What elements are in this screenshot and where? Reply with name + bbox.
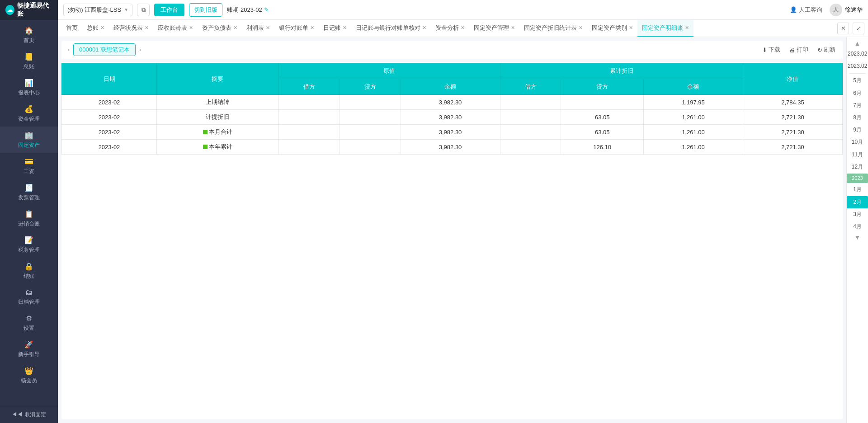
asset-nav-item[interactable]: 000001 联想笔记本 <box>73 43 136 56</box>
tab-label-ledger: 总账 <box>87 24 99 32</box>
reports-icon: 📊 <box>24 79 33 87</box>
service-label: 人工客询 <box>799 6 822 14</box>
sidebar-item-salary[interactable]: 💳 工资 <box>0 153 58 179</box>
tab-close-profit[interactable]: ✕ <box>266 25 270 31</box>
closing-icon: 🔒 <box>24 262 33 271</box>
nav-prev-icon[interactable]: ‹ <box>66 46 71 54</box>
side-panel-month2-m3[interactable]: 3月 <box>847 208 868 221</box>
side-panel-month-m7[interactable]: 7月 <box>847 99 868 112</box>
user-name: 徐逐华 <box>845 6 863 14</box>
tab-fixed-mgmt[interactable]: 固定资产管理✕ <box>469 20 519 37</box>
tab-close-balance[interactable]: ✕ <box>233 25 237 31</box>
table-row: 2023-02计提折旧3,982.3063.051,261.002,721.30 <box>62 110 843 125</box>
tab-label-journal-bank: 日记账与银行对账单核对 <box>356 24 420 32</box>
cell-accum-debit <box>500 110 561 125</box>
side-panel-divider <box>849 73 866 74</box>
period-edit-icon[interactable]: ✎ <box>264 6 269 13</box>
tab-biz-status[interactable]: 经营状况表✕ <box>109 20 153 37</box>
download-button[interactable]: ⬇ 下载 <box>760 44 783 56</box>
side-panel-month2-m4[interactable]: 4月 <box>847 221 868 233</box>
sidebar-item-ledger[interactable]: 📒 总账 <box>0 48 58 74</box>
cell-orig-credit <box>340 125 401 140</box>
workbench-button[interactable]: 工作台 <box>154 4 184 16</box>
copy-button[interactable]: ⧉ <box>137 4 150 16</box>
side-panel-month-m12[interactable]: 12月 <box>847 161 868 173</box>
side-panel-scroll-up[interactable]: ▲ <box>854 39 862 48</box>
sidebar-item-invoice[interactable]: 🧾 发票管理 <box>0 179 58 205</box>
side-panel-month-m8[interactable]: 8月 <box>847 112 868 124</box>
cell-date: 2023-02 <box>62 140 157 155</box>
company-selector[interactable]: (勿动) 江西服盒-LSS ▼ <box>63 4 132 16</box>
cell-accum-balance: 1,261.00 <box>643 140 743 155</box>
tab-fixed-cat[interactable]: 固定资产类别✕ <box>587 20 637 37</box>
cell-accum-credit: 63.05 <box>561 110 644 125</box>
tab-profit[interactable]: 利润表✕ <box>242 20 274 37</box>
tab-home[interactable]: 首页 <box>61 20 82 37</box>
refresh-button[interactable]: ↻ 刷新 <box>815 44 838 56</box>
side-panel-month-m10[interactable]: 10月 <box>847 136 868 148</box>
period-label: 账期 <box>227 6 239 14</box>
side-panel-month2-m1[interactable]: 1月 <box>847 183 868 196</box>
sidebar-item-sales[interactable]: 📋 进销台账 <box>0 205 58 231</box>
sidebar-item-member[interactable]: 👑 畅会员 <box>0 362 58 388</box>
sidebar-item-tax[interactable]: 📝 税务管理 <box>0 231 58 258</box>
user-menu[interactable]: 人 徐逐华 <box>830 4 863 16</box>
tab-label-fixed-detail: 固定资产明细账 <box>642 24 683 32</box>
nav-next-icon[interactable]: › <box>137 46 143 54</box>
switch-version-button[interactable]: 切到旧版 <box>189 3 222 17</box>
green-square-icon <box>203 145 208 149</box>
user-avatar: 人 <box>830 4 842 16</box>
tab-close-fixed-depr[interactable]: ✕ <box>579 25 583 31</box>
tab-close-bank-stmt[interactable]: ✕ <box>310 25 314 31</box>
tab-close-fixed-mgmt[interactable]: ✕ <box>511 25 515 31</box>
tab-ledger[interactable]: 总账✕ <box>82 20 109 37</box>
side-panel-month-m5[interactable]: 5月 <box>847 75 868 87</box>
tab-receivables[interactable]: 应收账龄表✕ <box>153 20 198 37</box>
sidebar-footer[interactable]: ◀◀ 取消固定 <box>0 406 58 423</box>
side-panel-month-m11[interactable]: 11月 <box>847 149 868 161</box>
side-panel-month-m6[interactable]: 6月 <box>847 87 868 99</box>
cell-orig-debit <box>278 110 340 125</box>
side-panel-scroll-down[interactable]: ▼ <box>854 233 862 242</box>
tab-balance[interactable]: 资产负债表✕ <box>198 20 242 37</box>
tab-close-fixed-cat[interactable]: ✕ <box>629 25 633 31</box>
table-row: 2023-02本月合计3,982.3063.051,261.002,721.30 <box>62 125 843 140</box>
sidebar-item-reports[interactable]: 📊 报表中心 <box>0 74 58 100</box>
tab-close-ledger[interactable]: ✕ <box>100 25 104 31</box>
tab-label-fixed-depr: 固定资产折旧统计表 <box>524 24 577 32</box>
tab-fund-analysis[interactable]: 资金分析✕ <box>431 20 469 37</box>
tab-journal-bank[interactable]: 日记账与银行对账单核对✕ <box>351 20 431 37</box>
tab-close-fixed-detail[interactable]: ✕ <box>685 25 689 31</box>
sidebar-item-guide[interactable]: 🚀 新手引导 <box>0 336 58 362</box>
maximize-button[interactable]: ⤢ <box>853 23 864 34</box>
tab-journal[interactable]: 日记账✕ <box>319 20 351 37</box>
side-panel-month2-m2[interactable]: 2月 <box>847 196 868 208</box>
side-panel-2023-02-top[interactable]: 2023.02 <box>847 48 868 60</box>
tab-close-receivables[interactable]: ✕ <box>189 25 193 31</box>
service-button[interactable]: 👤 人工客询 <box>790 6 822 14</box>
cell-accum-balance: 1,197.95 <box>643 95 743 110</box>
tab-label-profit: 利润表 <box>246 24 264 32</box>
sidebar-item-funds[interactable]: 💰 资金管理 <box>0 100 58 127</box>
close-all-button[interactable]: ✕ <box>837 23 849 34</box>
tab-label-biz-status: 经营状况表 <box>113 24 143 32</box>
tab-close-biz-status[interactable]: ✕ <box>145 25 149 31</box>
side-panel-2023-02-dup[interactable]: 2023.02 <box>847 60 868 72</box>
sidebar-item-settings[interactable]: ⚙ 设置 <box>0 310 58 336</box>
tab-bank-stmt[interactable]: 银行对账单✕ <box>274 20 319 37</box>
tab-fixed-detail[interactable]: 固定资产明细账✕ <box>637 20 693 37</box>
tab-close-journal-bank[interactable]: ✕ <box>422 25 426 31</box>
tab-fixed-depr[interactable]: 固定资产折旧统计表✕ <box>519 20 587 37</box>
sidebar-item-closing[interactable]: 🔒 结账 <box>0 258 58 284</box>
print-button[interactable]: 🖨 打印 <box>787 44 811 56</box>
sidebar-label-guide: 新手引导 <box>18 351 40 358</box>
cell-orig-debit <box>278 140 340 155</box>
sidebar-item-home[interactable]: 🏠 首页 <box>0 22 58 48</box>
sidebar-item-fixed-assets[interactable]: 🏢 固定资产 <box>0 127 58 153</box>
tabbar: 首页总账✕经营状况表✕应收账龄表✕资产负债表✕利润表✕银行对账单✕日记账✕日记账… <box>58 20 868 37</box>
side-panel-month-m9[interactable]: 9月 <box>847 124 868 136</box>
tab-close-fund-analysis[interactable]: ✕ <box>461 25 465 31</box>
th-original-balance: 余额 <box>401 79 500 95</box>
sidebar-item-archive[interactable]: 🗂 归档管理 <box>0 284 58 310</box>
tab-close-journal[interactable]: ✕ <box>343 25 347 31</box>
